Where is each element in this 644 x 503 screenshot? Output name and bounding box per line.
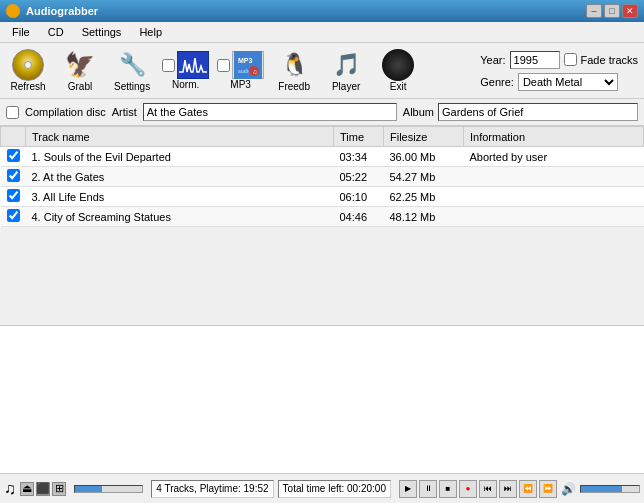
exit-button[interactable]: Exit <box>376 47 420 94</box>
stop-btn[interactable]: ■ <box>439 480 457 498</box>
rewind-button[interactable]: ⏪ <box>519 480 537 498</box>
volume-fill <box>581 486 622 492</box>
artist-label: Artist <box>112 106 137 118</box>
norm-group: Norm. <box>162 51 209 90</box>
track-time-2: 06:10 <box>334 187 384 207</box>
window-title: Audiograbber <box>26 5 98 17</box>
track-info-2 <box>464 187 644 207</box>
track-name-2: 3. All Life Ends <box>26 187 334 207</box>
track-name-0: 1. Souls of the Evil Departed <box>26 147 334 167</box>
svg-rect-0 <box>234 51 262 79</box>
settings-label: Settings <box>114 81 150 92</box>
year-row: Year: Fade tracks <box>480 51 638 69</box>
track-filesize-0: 36.00 Mb <box>384 147 464 167</box>
grabl-button[interactable]: 🦅 Grabl <box>58 47 102 94</box>
exit-icon <box>382 49 414 81</box>
freedb-icon: 🐧 <box>278 49 310 81</box>
grabl-label: Grabl <box>68 81 92 92</box>
refresh-icon <box>12 49 44 81</box>
refresh-label: Refresh <box>10 81 45 92</box>
artist-input[interactable] <box>143 103 397 121</box>
year-input[interactable] <box>510 51 560 69</box>
transport-controls: ⏏ ⬛ ⊞ <box>20 482 66 496</box>
refresh-button[interactable]: Refresh <box>6 47 50 94</box>
menu-cd[interactable]: CD <box>40 24 72 40</box>
track-checkbox-0[interactable] <box>7 149 20 162</box>
artist-album-bar: Compilation disc Artist Album <box>0 99 644 126</box>
fade-tracks-checkbox[interactable] <box>564 53 577 66</box>
norm-checkbox[interactable] <box>162 59 175 72</box>
norm-label: Norm. <box>172 79 199 90</box>
player-label: Player <box>332 81 360 92</box>
track-checkbox-3[interactable] <box>7 209 20 222</box>
toolbar: Refresh 🦅 Grabl 🔧 Settings Norm. <box>0 43 644 99</box>
table-row[interactable]: 3. All Life Ends 06:10 62.25 Mb <box>1 187 644 207</box>
mp3-checkbox[interactable] <box>217 59 230 72</box>
genre-label: Genre: <box>480 76 514 88</box>
maximize-button[interactable]: □ <box>604 4 620 18</box>
minimize-button[interactable]: – <box>586 4 602 18</box>
menu-settings[interactable]: Settings <box>74 24 130 40</box>
settings-icon: 🔧 <box>116 49 148 81</box>
table-row[interactable]: 1. Souls of the Evil Departed 03:34 36.0… <box>1 147 644 167</box>
album-row: Album <box>403 103 638 121</box>
record-button[interactable]: ● <box>459 480 477 498</box>
track-info-1 <box>464 167 644 187</box>
track-filesize-1: 54.27 Mb <box>384 167 464 187</box>
col-time: Time <box>334 127 384 147</box>
prev-button[interactable]: ⏮ <box>479 480 497 498</box>
pause-button[interactable]: ⏸ <box>419 480 437 498</box>
table-row[interactable]: 2. At the Gates 05:22 54.27 Mb <box>1 167 644 187</box>
col-filesize: Filesize <box>384 127 464 147</box>
menu-bar: File CD Settings Help <box>0 22 644 43</box>
track-table: Track name Time Filesize Information 1. … <box>0 126 644 227</box>
track-info-0: Aborted by user <box>464 147 644 167</box>
col-check <box>1 127 26 147</box>
cd-graphic <box>12 49 44 81</box>
play-button[interactable]: ▶ <box>399 480 417 498</box>
eject-icon[interactable]: ⏏ <box>20 482 34 496</box>
svg-text:♫: ♫ <box>252 68 257 75</box>
progress-bar[interactable] <box>74 485 143 493</box>
track-table-container: Track name Time Filesize Information 1. … <box>0 126 644 326</box>
row-check-2[interactable] <box>1 187 26 207</box>
track-checkbox-2[interactable] <box>7 189 20 202</box>
mp3-group: MP3 audio ♫ MP3 <box>217 51 264 90</box>
year-label: Year: <box>480 54 505 66</box>
player-icon: 🎵 <box>330 49 362 81</box>
table-row[interactable]: 4. City of Screaming Statues 04:46 48.12… <box>1 207 644 227</box>
track-count-status: 4 Tracks, Playtime: 19:52 <box>151 480 273 498</box>
album-input[interactable] <box>438 103 638 121</box>
track-info-3 <box>464 207 644 227</box>
track-name-3: 4. City of Screaming Statues <box>26 207 334 227</box>
status-bar: ♫ ⏏ ⬛ ⊞ 4 Tracks, Playtime: 19:52 Total … <box>0 473 644 503</box>
music-icon: ♫ <box>4 480 16 498</box>
row-check-1[interactable] <box>1 167 26 187</box>
mp3-label: MP3 <box>230 79 251 90</box>
stop-button[interactable]: ⬛ <box>36 482 50 496</box>
compilation-disc-label: Compilation disc <box>25 106 106 118</box>
next-button[interactable]: ⏭ <box>499 480 517 498</box>
svg-text:MP3: MP3 <box>238 57 253 64</box>
time-left-status: Total time left: 00:20:00 <box>278 480 391 498</box>
grip-icon[interactable]: ⊞ <box>52 482 66 496</box>
track-filesize-3: 48.12 Mb <box>384 207 464 227</box>
progress-fill <box>75 486 102 492</box>
row-check-0[interactable] <box>1 147 26 167</box>
fast-forward-button[interactable]: ⏩ <box>539 480 557 498</box>
close-button[interactable]: ✕ <box>622 4 638 18</box>
title-bar-buttons: – □ ✕ <box>586 4 638 18</box>
row-check-3[interactable] <box>1 207 26 227</box>
player-button[interactable]: 🎵 Player <box>324 47 368 94</box>
menu-file[interactable]: File <box>4 24 38 40</box>
freedb-button[interactable]: 🐧 Freedb <box>272 47 316 94</box>
genre-select[interactable]: Death Metal Rock Metal Pop Jazz <box>518 73 618 91</box>
title-bar-left: Audiograbber <box>6 4 98 18</box>
volume-bar[interactable] <box>580 485 640 493</box>
track-checkbox-1[interactable] <box>7 169 20 182</box>
norm-icon <box>177 51 209 79</box>
track-filesize-2: 62.25 Mb <box>384 187 464 207</box>
compilation-disc-checkbox[interactable] <box>6 106 19 119</box>
menu-help[interactable]: Help <box>131 24 170 40</box>
settings-button[interactable]: 🔧 Settings <box>110 47 154 94</box>
